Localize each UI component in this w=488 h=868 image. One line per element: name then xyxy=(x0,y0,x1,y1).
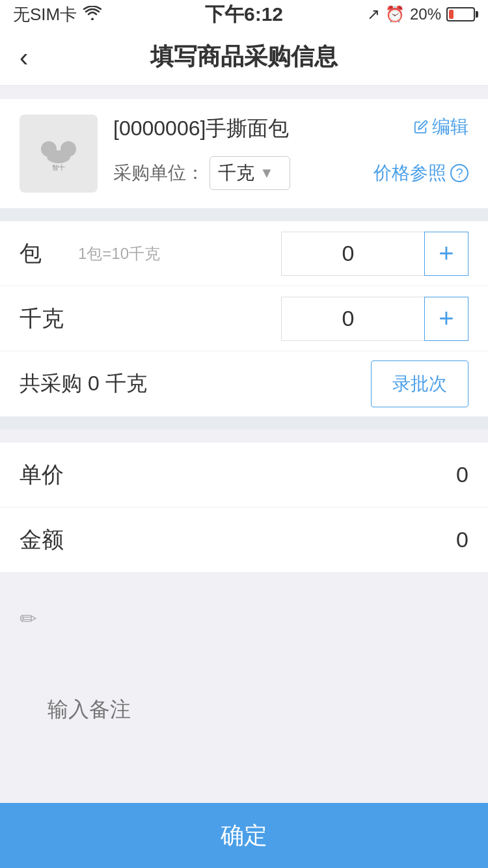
kg-label: 千克 xyxy=(20,304,72,334)
summary-text: 共采购 0 千克 xyxy=(20,370,147,398)
svg-text:智十: 智十 xyxy=(52,164,65,171)
unit-price-label: 单价 xyxy=(20,460,64,490)
bao-input[interactable] xyxy=(281,232,424,276)
status-right: ↗ ⏰ 20% xyxy=(367,5,475,23)
status-left: 无SIM卡 xyxy=(13,3,102,26)
price-ref-label: 价格参照 xyxy=(373,161,446,185)
price-section: 单价 0 金额 0 xyxy=(0,442,488,573)
section-divider-1 xyxy=(0,208,488,221)
bao-plus-button[interactable]: + xyxy=(424,232,468,276)
product-unit-row: 采购单位： 千克 ▼ 价格参照 ? xyxy=(113,156,468,190)
summary-row: 共采购 0 千克 录批次 xyxy=(0,351,488,416)
page-title: 填写商品采购信息 xyxy=(150,41,338,73)
summary-prefix: 共采购 xyxy=(20,372,82,395)
battery-percent: 20% xyxy=(410,5,441,23)
bao-label: 包 xyxy=(20,239,72,269)
product-card: 智十 [0000006]手撕面包 编辑 采购单位： 千克 ▼ xyxy=(0,99,488,208)
remark-input[interactable] xyxy=(47,698,468,722)
unit-price-value: 0 xyxy=(456,462,468,487)
product-thumbnail: 智十 xyxy=(20,115,98,193)
amount-label: 金额 xyxy=(20,525,64,555)
summary-unit: 千克 xyxy=(105,372,147,395)
confirm-label: 确定 xyxy=(221,820,267,852)
summary-value: 0 xyxy=(88,372,100,395)
bao-input-row: 包 1包=10千克 + xyxy=(0,221,488,286)
back-button[interactable]: ‹ xyxy=(20,44,28,70)
carrier-text: 无SIM卡 xyxy=(13,3,77,26)
section-divider-2 xyxy=(0,416,488,429)
kg-input-row: 千克 + xyxy=(0,286,488,351)
kg-stepper: + xyxy=(281,297,468,341)
chevron-down-icon: ▼ xyxy=(260,165,274,182)
price-ref-button[interactable]: 价格参照 ? xyxy=(373,161,468,185)
product-name: [0000006]手撕面包 xyxy=(113,115,414,143)
kg-input[interactable] xyxy=(281,297,424,341)
bao-sublabel: 1包=10千克 xyxy=(78,243,281,264)
pencil-icon: ✏ xyxy=(20,606,37,631)
remark-section: ✏ xyxy=(0,586,488,833)
price-ref-icon: ? xyxy=(450,164,468,182)
battery-icon xyxy=(446,7,475,21)
unit-price-row: 单价 0 xyxy=(0,442,488,508)
amount-value: 0 xyxy=(456,527,468,552)
product-info: [0000006]手撕面包 编辑 采购单位： 千克 ▼ 价格参照 ? xyxy=(113,115,468,190)
status-time: 下午6:12 xyxy=(205,1,283,28)
alarm-icon: ⏰ xyxy=(385,5,405,23)
kg-plus-button[interactable]: + xyxy=(424,297,468,341)
location-icon: ↗ xyxy=(367,5,380,23)
unit-select-value: 千克 xyxy=(218,161,254,185)
confirm-button[interactable]: 确定 xyxy=(0,803,488,868)
unit-select[interactable]: 千克 ▼ xyxy=(210,156,290,190)
svg-point-2 xyxy=(47,150,70,163)
amount-row: 金额 0 xyxy=(0,508,488,573)
wifi-icon xyxy=(83,5,102,25)
input-section: 包 1包=10千克 + 千克 + xyxy=(0,221,488,351)
bao-stepper: + xyxy=(281,232,468,276)
edit-button[interactable]: 编辑 xyxy=(414,115,468,139)
status-bar: 无SIM卡 下午6:12 ↗ ⏰ 20% xyxy=(0,0,488,29)
batch-button[interactable]: 录批次 xyxy=(371,360,468,407)
edit-label: 编辑 xyxy=(432,115,468,139)
product-header: [0000006]手撕面包 编辑 xyxy=(113,115,468,143)
unit-label: 采购单位： xyxy=(113,161,204,185)
nav-bar: ‹ 填写商品采购信息 xyxy=(0,29,488,86)
